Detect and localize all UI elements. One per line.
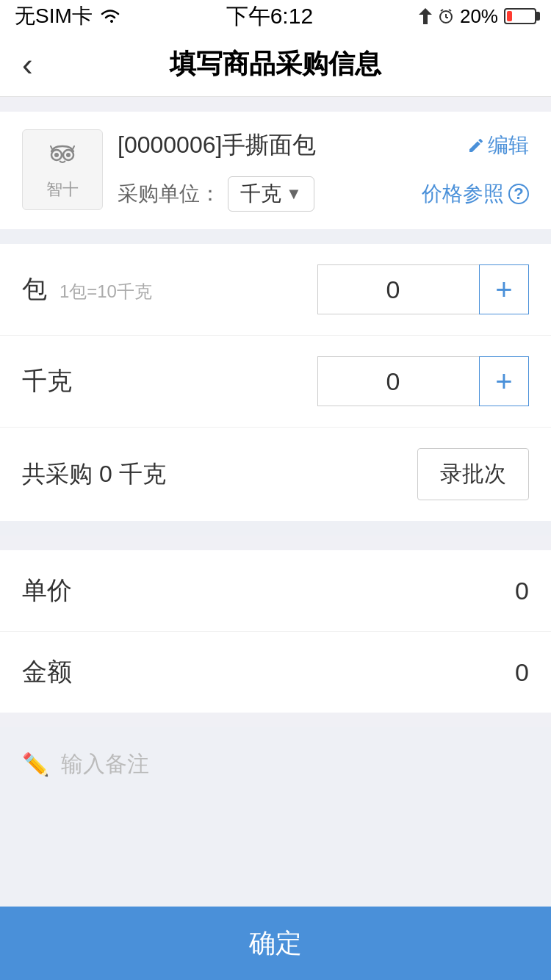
kg-plus-button[interactable]: + — [479, 356, 529, 406]
amount-row: 金额 0 — [0, 632, 551, 713]
status-right: 20% — [419, 5, 536, 28]
kg-quantity-input[interactable] — [317, 356, 479, 406]
product-name-row: [0000006]手撕面包 编辑 — [118, 129, 529, 162]
unit-label: 采购单位： — [118, 180, 220, 208]
location-icon — [419, 8, 432, 24]
unit-price-row: 单价 0 — [0, 550, 551, 632]
owl-logo — [44, 139, 81, 176]
pencil-icon: ✏️ — [22, 752, 49, 777]
unit-price-value: 0 — [515, 577, 529, 605]
price-reference-button[interactable]: 价格参照 ? — [422, 180, 529, 208]
unit-price-label: 单价 — [22, 574, 72, 608]
product-thumbnail: 智十 — [22, 129, 103, 210]
thumb-brand: 智十 — [46, 179, 79, 201]
edit-icon — [467, 137, 485, 154]
product-unit-row: 采购单位： 千克 ▼ 价格参照 ? — [118, 176, 529, 212]
signal-label: 无SIM卡 — [15, 2, 93, 30]
record-batch-button[interactable]: 录批次 — [417, 448, 529, 500]
content: 智十 [0000006]手撕面包 编辑 采购单位： 千克 ▼ — [0, 112, 551, 980]
bag-input-row: 包 1包=10千克 + — [0, 244, 551, 336]
product-card: 智十 [0000006]手撕面包 编辑 采购单位： 千克 ▼ — [0, 112, 551, 229]
svg-line-3 — [441, 10, 443, 11]
svg-point-7 — [54, 153, 59, 157]
svg-line-4 — [449, 10, 451, 11]
product-info: [0000006]手撕面包 编辑 采购单位： 千克 ▼ 价格 — [118, 129, 529, 212]
input-section: 包 1包=10千克 + 千克 + — [0, 244, 551, 428]
bag-quantity-input[interactable] — [317, 264, 479, 314]
bag-sublabel: 1包=10千克 — [60, 281, 152, 301]
confirm-button[interactable]: 确定 — [0, 907, 551, 980]
kg-input-control: + — [317, 356, 529, 406]
bag-plus-button[interactable]: + — [479, 264, 529, 314]
bag-label-group: 包 1包=10千克 — [22, 273, 152, 306]
amount-label: 金额 — [22, 655, 72, 689]
price-section: 单价 0 金额 0 — [0, 550, 551, 713]
wifi-icon — [100, 8, 120, 24]
nav-bar: ‹ 填写商品采购信息 — [0, 32, 551, 97]
svg-point-8 — [66, 153, 71, 157]
summary-row: 共采购 0 千克 录批次 — [0, 428, 551, 521]
alarm-icon — [438, 8, 454, 24]
kg-label: 千克 — [22, 364, 72, 398]
summary-text: 共采购 0 千克 — [22, 458, 166, 491]
section-divider-2 — [0, 521, 551, 536]
unit-select-button[interactable]: 千克 ▼ — [228, 176, 314, 212]
summary-quantity: 0 — [93, 461, 119, 487]
status-left: 无SIM卡 — [15, 2, 120, 30]
help-icon: ? — [508, 184, 529, 204]
status-bar: 无SIM卡 下午6:12 20% — [0, 0, 551, 32]
confirm-label: 确定 — [249, 926, 302, 962]
status-time: 下午6:12 — [226, 1, 313, 32]
notes-placeholder: 输入备注 — [61, 749, 149, 779]
unit-selector: 采购单位： 千克 ▼ — [118, 176, 314, 212]
amount-value: 0 — [515, 658, 529, 687]
back-button[interactable]: ‹ — [22, 48, 33, 81]
notes-section[interactable]: ✏️ 输入备注 — [0, 727, 551, 801]
dropdown-arrow-icon: ▼ — [286, 184, 302, 203]
page-title: 填写商品采购信息 — [170, 46, 381, 82]
battery-icon — [504, 8, 536, 24]
battery-percent: 20% — [460, 5, 498, 28]
kg-input-row: 千克 + — [0, 336, 551, 428]
section-divider-1 — [0, 229, 551, 244]
edit-button[interactable]: 编辑 — [467, 131, 529, 159]
summary-unit: 千克 — [119, 461, 166, 487]
product-name: [0000006]手撕面包 — [118, 129, 316, 162]
bag-input-control: + — [317, 264, 529, 314]
bag-label: 包 — [22, 275, 47, 303]
